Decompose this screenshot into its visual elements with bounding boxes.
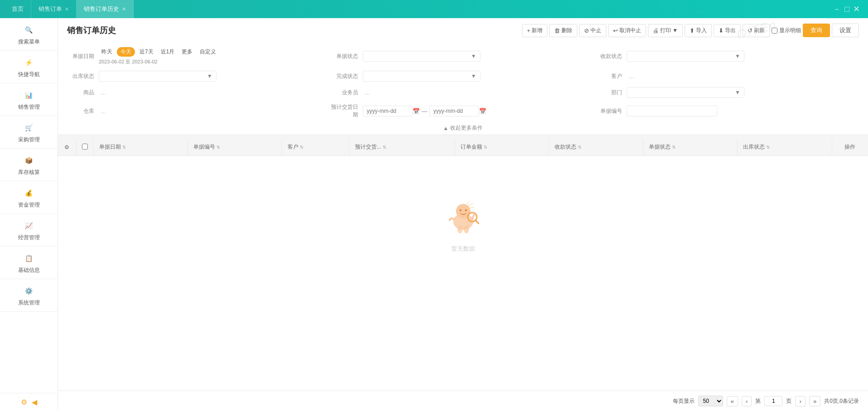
warehouse-dots[interactable]: ... (99, 107, 108, 115)
sidebar-item-search-menu[interactable]: 🔍 搜索菜单 (0, 18, 58, 51)
complete-status-select[interactable]: ▼ (363, 71, 480, 82)
filter-group-out-status: 出库状态 ▼ (67, 71, 331, 82)
sidebar-item-sales-mgmt[interactable]: 📊 销售管理 (0, 83, 58, 116)
receipt-status-select[interactable]: ▼ (627, 51, 744, 62)
dept-select[interactable]: ▼ (627, 87, 744, 98)
empty-state-row: 暂无数据 (58, 156, 868, 290)
svg-point-3 (465, 209, 467, 211)
sidebar-item-purchase-mgmt[interactable]: 🛒 采购管理 (0, 116, 58, 149)
th-bill-date[interactable]: 单据日期 ⇅ (93, 139, 187, 156)
goods-dots[interactable]: ... (99, 88, 108, 97)
filter-group-customer: 客户 ... (595, 72, 859, 80)
window-min-btn[interactable]: － (833, 4, 841, 15)
th-expected-delivery[interactable]: 预计交货... ⇅ (349, 139, 455, 156)
sidebar-item-basic-info[interactable]: 📋 基础信息 (0, 247, 58, 279)
receipt-status-chevron-icon: ▼ (735, 53, 740, 59)
th-out-status-label: 出库状态 (743, 143, 765, 151)
page-header: 销售订单历史 + 新增 🗑 删除 ⊘ 中止 ↩ 取消中止 (58, 18, 868, 41)
sidebar-item-finance-label: 资金管理 (18, 201, 40, 209)
window-controls: － □ ✕ (833, 4, 863, 15)
import-button[interactable]: ⬆ 导入 (685, 24, 712, 37)
cancel-stop-button[interactable]: ↩ 取消中止 (608, 24, 646, 37)
window-max-btn[interactable]: □ (844, 5, 849, 14)
date-btn-yesterday[interactable]: 昨天 (99, 47, 115, 57)
tab-sales-order-close[interactable]: ✕ (65, 6, 69, 12)
tab-sales-order-history[interactable]: 销售订单历史 ✕ (77, 0, 134, 18)
bill-no-input[interactable] (627, 106, 717, 116)
expected-date-to[interactable] (429, 106, 479, 116)
page-next-btn[interactable]: › (795, 396, 805, 406)
add-label: 新增 (532, 27, 542, 34)
settings-button[interactable]: 设置 (832, 24, 859, 37)
th-bill-status[interactable]: 单据状态 ⇅ (643, 139, 738, 156)
sort-bill-no-icon: ⇅ (216, 145, 220, 150)
filter-group-bill-status: 单据状态 ▼ (331, 51, 595, 62)
date-btn-custom[interactable]: 自定义 (197, 47, 219, 57)
add-button[interactable]: + 新增 (522, 24, 548, 37)
page-number-input[interactable] (764, 396, 782, 406)
page-unit: 页 (786, 397, 791, 405)
out-status-select[interactable]: ▼ (99, 71, 216, 82)
calendar-to-icon[interactable]: 📅 (479, 108, 486, 115)
tab-home-label: 首页 (12, 5, 24, 13)
filter-group-dept: 部门 ▼ (595, 87, 859, 98)
tab-sales-order-history-close[interactable]: ✕ (122, 6, 126, 12)
display-toggle[interactable]: 显示明细 (772, 27, 801, 34)
page-prev-btn[interactable]: ‹ (742, 396, 752, 406)
th-settings[interactable]: ⚙ (58, 139, 76, 156)
tab-home[interactable]: 首页 (5, 0, 31, 18)
sidebar-item-operations[interactable]: 📈 经营管理 (0, 214, 58, 247)
sidebar-item-finance[interactable]: 💰 资金管理 (0, 181, 58, 214)
date-btn-last1m[interactable]: 近1月 (158, 47, 177, 57)
sidebar-item-quick-nav[interactable]: ⚡ 快捷导航 (0, 51, 58, 83)
print-button[interactable]: 🖨 打印 ▼ (648, 24, 683, 37)
tab-sales-order[interactable]: 销售订单 ✕ (31, 0, 77, 18)
th-bill-no[interactable]: 单据编号 ⇅ (187, 139, 282, 156)
export-icon: ⬇ (719, 27, 724, 34)
filter-row-1: 单据日期 昨天 今天 近7天 近1月 更多 自定义 2023-06-02 至 2… (67, 44, 859, 68)
collapse-bar[interactable]: ▲ 收起更多条件 (67, 121, 859, 135)
sidebar-collapse-icon[interactable]: ◀ (32, 398, 37, 406)
delete-button[interactable]: 🗑 删除 (549, 24, 577, 37)
export-button[interactable]: ⬇ 导出 (714, 24, 741, 37)
page-last-btn[interactable]: » (809, 396, 820, 406)
th-receipt-status[interactable]: 收款状态 ⇅ (549, 139, 643, 156)
refresh-button[interactable]: ↺ 刷新 (743, 24, 770, 37)
page-size-select[interactable]: 50 10 20 100 (698, 396, 723, 406)
filter-group-salesperson: 业务员 ... (331, 88, 595, 97)
filter-group-receipt-status: 收款状态 ▼ (595, 51, 859, 62)
th-out-status[interactable]: 出库状态 ⇅ (738, 139, 832, 156)
select-all-checkbox[interactable] (82, 144, 88, 150)
bill-status-select[interactable]: ▼ (363, 51, 480, 62)
sidebar-settings-icon[interactable]: ⚙ (21, 398, 27, 406)
date-btn-today[interactable]: 今天 (117, 47, 135, 57)
settings-gear-icon[interactable]: ⚙ (64, 144, 69, 150)
expected-date-from[interactable] (363, 106, 412, 116)
calendar-from-icon[interactable]: 📅 (412, 108, 420, 115)
filter-group-goods: 商品 ... (67, 88, 331, 97)
query-button[interactable]: 查询 (803, 24, 830, 37)
sidebar-item-sys-mgmt[interactable]: ⚙️ 系统管理 (0, 279, 58, 312)
date-btn-last7[interactable]: 近7天 (137, 47, 156, 57)
sort-bill-status-icon: ⇅ (672, 145, 676, 150)
stop-button[interactable]: ⊘ 中止 (579, 24, 606, 37)
th-order-amount[interactable]: 订单金额 ⇅ (455, 139, 549, 156)
svg-point-6 (457, 225, 463, 233)
customer-dots[interactable]: ... (627, 72, 636, 80)
filter-row-4: 仓库 ... 预计交货日期 📅 — 📅 单据编号 (67, 101, 859, 121)
th-check[interactable] (76, 139, 93, 156)
window-close-btn[interactable]: ✕ (853, 4, 860, 14)
display-toggle-checkbox[interactable] (772, 28, 777, 34)
date-btn-more[interactable]: 更多 (179, 47, 195, 57)
customer-label: 客户 (595, 73, 627, 80)
salesperson-label: 业务员 (331, 89, 363, 97)
th-customer[interactable]: 客户 ⇅ (282, 139, 349, 156)
collapse-label: 收起更多条件 (450, 124, 483, 132)
page-first-btn[interactable]: « (727, 396, 738, 406)
import-label: 导入 (696, 27, 707, 34)
date-separator: — (420, 108, 429, 115)
goods-label: 商品 (67, 89, 99, 97)
salesperson-dots[interactable]: ... (363, 88, 372, 97)
sidebar-item-inventory[interactable]: 📦 库存核算 (0, 149, 58, 181)
table-body: 暂无数据 (58, 156, 868, 290)
